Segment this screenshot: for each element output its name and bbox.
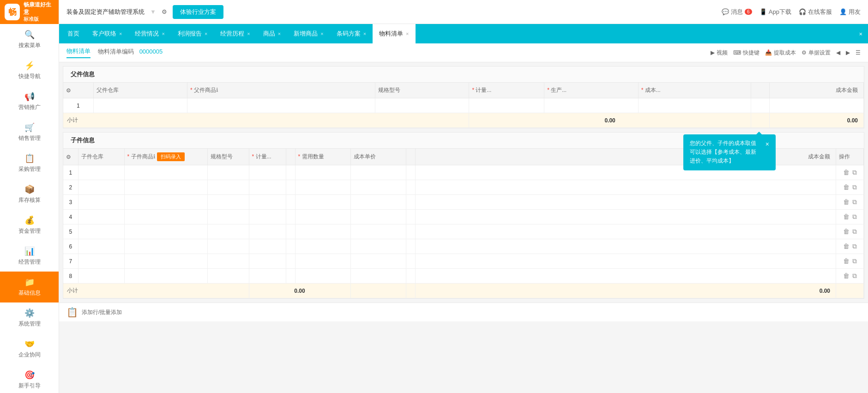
shortcut-action[interactable]: ⌨ 快捷键	[733, 49, 760, 57]
sidebar-item-inventory[interactable]: 📦 库存核算	[0, 179, 59, 210]
child-qty-8[interactable]	[295, 269, 350, 284]
scan-input-button[interactable]: 扫码录入	[157, 152, 185, 161]
online-service-action[interactable]: 🎧 在线客服	[799, 8, 832, 16]
child-price-3[interactable]	[350, 195, 406, 210]
child-price-5[interactable]	[350, 224, 406, 239]
parent-prod-1[interactable]	[544, 98, 638, 113]
tab-close-barcode[interactable]: ×	[363, 31, 366, 36]
sidebar-item-enterprise[interactable]: 🤝 企业协同	[0, 333, 59, 364]
child-unit-3[interactable]	[249, 195, 286, 210]
settings-icon[interactable]: ⚙	[162, 8, 167, 15]
add-row-icon[interactable]: 📋	[66, 307, 78, 318]
delete-icon-2[interactable]: 🗑	[843, 183, 850, 191]
trial-button[interactable]: 体验行业方案	[173, 5, 223, 19]
child-warehouse-2[interactable]	[78, 180, 124, 195]
sidebar-item-guide[interactable]: 🎯 新手引导	[0, 364, 59, 393]
child-unit-5[interactable]	[249, 224, 286, 239]
child-qty-6[interactable]	[295, 239, 350, 254]
child-price-2[interactable]	[350, 180, 406, 195]
child-spec-4[interactable]	[207, 210, 249, 224]
tab-profit[interactable]: 利润报告 ×	[171, 24, 214, 43]
add-row-text[interactable]: 添加行/批量添加	[82, 308, 122, 316]
delete-icon-8[interactable]: 🗑	[843, 272, 850, 280]
child-warehouse-6[interactable]	[78, 239, 124, 254]
child-product-1[interactable]	[124, 165, 207, 180]
child-warehouse-4[interactable]	[78, 210, 124, 224]
child-product-3[interactable]	[124, 195, 207, 210]
delete-icon-6[interactable]: 🗑	[843, 242, 850, 250]
sidebar-item-finance[interactable]: 💰 资金管理	[0, 210, 59, 241]
tab-bom[interactable]: 物料清单 ×	[373, 24, 415, 43]
child-qty-1[interactable]	[295, 165, 350, 180]
sidebar-item-search[interactable]: 🔍 搜索菜单	[0, 24, 59, 55]
child-unit-4[interactable]	[249, 210, 286, 224]
child-unit-1[interactable]	[249, 165, 286, 180]
close-all-tabs[interactable]: ×	[855, 30, 866, 37]
tab-home[interactable]: 首页	[61, 24, 86, 43]
video-action[interactable]: ▶ 视频	[711, 49, 728, 57]
child-unit-6[interactable]	[249, 239, 286, 254]
sidebar-item-sales[interactable]: 🛒 销售管理	[0, 117, 59, 148]
tab-close-new-product[interactable]: ×	[320, 31, 323, 36]
child-warehouse-5[interactable]	[78, 224, 124, 239]
tab-close-operations[interactable]: ×	[162, 31, 164, 36]
child-column-settings-icon[interactable]: ⚙	[66, 154, 71, 160]
child-spec-7[interactable]	[207, 254, 249, 269]
child-product-2[interactable]	[124, 180, 207, 195]
app-download-action[interactable]: 📱 App下载	[760, 8, 791, 16]
tab-history[interactable]: 经营历程 ×	[214, 24, 256, 43]
nav-prev-icon[interactable]: ◀	[836, 49, 840, 56]
child-unit-7[interactable]	[249, 254, 286, 269]
parent-unit-1[interactable]	[469, 98, 544, 113]
copy-icon-7[interactable]: ⧉	[852, 257, 857, 265]
tab-close-bom[interactable]: ×	[406, 31, 409, 36]
parent-product-1[interactable]	[187, 98, 375, 113]
child-spec-8[interactable]	[207, 269, 249, 284]
delete-icon-7[interactable]: 🗑	[843, 257, 850, 265]
parent-cost-1[interactable]	[638, 98, 751, 113]
child-warehouse-7[interactable]	[78, 254, 124, 269]
delete-icon-4[interactable]: 🗑	[843, 213, 850, 221]
child-product-8[interactable]	[124, 269, 207, 284]
copy-icon-5[interactable]: ⧉	[852, 228, 857, 236]
child-qty-2[interactable]	[295, 180, 350, 195]
tab-close-product[interactable]: ×	[278, 31, 281, 36]
delete-icon-5[interactable]: 🗑	[843, 228, 850, 236]
tab-close-profit[interactable]: ×	[205, 31, 207, 36]
column-settings-icon[interactable]: ⚙	[66, 87, 71, 94]
child-warehouse-1[interactable]	[78, 165, 124, 180]
tab-product[interactable]: 商品 ×	[257, 24, 287, 43]
child-qty-4[interactable]	[295, 210, 350, 224]
sidebar-item-system[interactable]: ⚙️ 系统管理	[0, 302, 59, 333]
user-action[interactable]: 👤 用友	[839, 8, 861, 16]
sidebar-item-purchase[interactable]: 📋 采购管理	[0, 148, 59, 179]
message-action[interactable]: 💬 消息 6	[722, 8, 752, 16]
child-spec-1[interactable]	[207, 165, 249, 180]
doc-settings-action[interactable]: ⚙ 单据设置	[802, 49, 831, 57]
child-qty-3[interactable]	[295, 195, 350, 210]
child-qty-5[interactable]	[295, 224, 350, 239]
delete-icon-3[interactable]: 🗑	[843, 198, 850, 206]
nav-next-icon[interactable]: ▶	[846, 49, 850, 56]
child-product-5[interactable]	[124, 224, 207, 239]
copy-icon-2[interactable]: ⧉	[852, 183, 857, 191]
child-warehouse-8[interactable]	[78, 269, 124, 284]
tab-barcode[interactable]: 条码方案 ×	[330, 24, 373, 43]
child-spec-5[interactable]	[207, 224, 249, 239]
copy-icon-4[interactable]: ⧉	[852, 213, 857, 221]
child-unit-2[interactable]	[249, 180, 286, 195]
child-price-4[interactable]	[350, 210, 406, 224]
child-price-1[interactable]	[350, 165, 406, 180]
child-qty-7[interactable]	[295, 254, 350, 269]
list-view-icon[interactable]: ☰	[856, 49, 861, 56]
tab-new-product[interactable]: 新增商品 ×	[287, 24, 330, 43]
copy-icon-1[interactable]: ⧉	[852, 169, 857, 176]
copy-icon-6[interactable]: ⧉	[852, 242, 857, 250]
copy-icon-3[interactable]: ⧉	[852, 198, 857, 206]
extract-cost-action[interactable]: 📥 提取成本	[765, 49, 796, 57]
child-spec-6[interactable]	[207, 239, 249, 254]
copy-icon-8[interactable]: ⧉	[852, 272, 857, 280]
sidebar-item-marketing[interactable]: 📢 营销推广	[0, 86, 59, 117]
sidebar-item-operations[interactable]: 📊 经营管理	[0, 241, 59, 272]
child-spec-2[interactable]	[207, 180, 249, 195]
